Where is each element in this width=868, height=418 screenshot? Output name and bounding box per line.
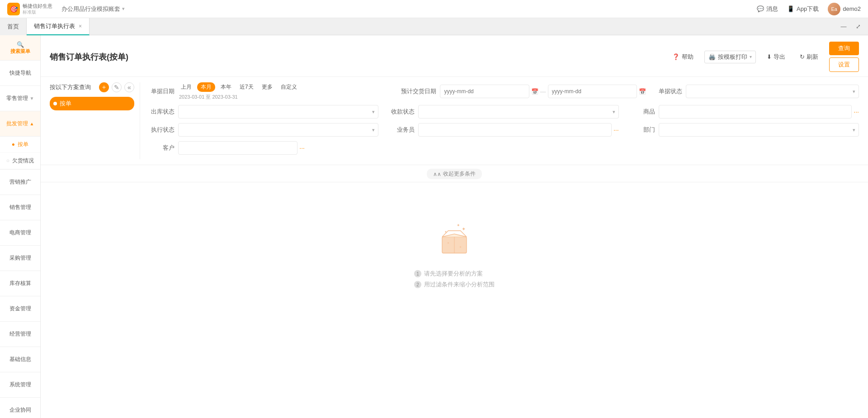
refresh-btn[interactable]: ↻ 刷新: [796, 51, 822, 63]
svg-text:✦: ✦: [444, 230, 447, 234]
sidebar-item-marketing[interactable]: 营销推广: [0, 170, 40, 195]
sidebar-item-enterprise[interactable]: 企业协同: [0, 398, 40, 418]
template-print-btn[interactable]: 🖨️ 按模板打印 ▾: [704, 51, 756, 63]
tab-bar: 首页 销售订单执行表 × — ⤢: [0, 18, 868, 35]
date-quick-btns: 上月 本月 本年 近7天 更多 自定义: [178, 82, 392, 92]
date-btn-this-month[interactable]: 本月: [197, 82, 215, 92]
salesperson-input-wrap: ···: [418, 123, 618, 137]
calendar-start-icon[interactable]: 📅: [531, 88, 538, 95]
delivery-status-label: 出库状态: [147, 108, 175, 116]
doc-status-wrap: [686, 85, 859, 98]
sidebar-sub-item-order[interactable]: ● 按单: [0, 137, 40, 153]
query-button[interactable]: 查询: [829, 42, 859, 55]
expected-date-group: 📅 — 📅: [440, 85, 646, 98]
date-btn-custom[interactable]: 自定义: [278, 82, 300, 92]
sidebar-item-sales[interactable]: 销售管理: [0, 195, 40, 220]
doc-status-select[interactable]: [686, 85, 859, 98]
tab-close-icon[interactable]: ×: [79, 23, 82, 29]
expected-date-end[interactable]: [548, 85, 637, 98]
payment-status-select[interactable]: [418, 105, 618, 119]
sidebar-item-system[interactable]: 系统管理: [0, 372, 40, 398]
tab-bar-actions: — ⤢: [838, 21, 868, 32]
sidebar-sub-menu: ● 按单 ○ 欠货情况: [0, 137, 40, 170]
product-input-wrap: ···: [659, 105, 859, 119]
salesperson-more-icon[interactable]: ···: [613, 126, 619, 133]
svg-point-6: [460, 246, 462, 248]
payment-status-wrap: [418, 105, 618, 119]
sidebar-item-wholesale[interactable]: 批发管理 ▲: [0, 111, 40, 137]
filter-row-1: 单据日期 上月 本月 本年 近7天 更多 自定义: [147, 82, 859, 100]
date-btn-this-year[interactable]: 本年: [218, 82, 234, 92]
page-title: 销售订单执行表(按单): [50, 52, 128, 62]
sidebar-search[interactable]: 🔍 搜索菜单: [0, 35, 40, 61]
sidebar-item-quick-nav[interactable]: 快捷导航: [0, 61, 40, 86]
filter-field-salesperson: 业务员 ···: [387, 123, 618, 137]
customer-input[interactable]: [178, 141, 297, 155]
breadcrumb[interactable]: 办公用品行业模拟账套 ▾: [61, 5, 125, 13]
filter-collapse-bar: ∧∧ 收起更多条件: [41, 165, 868, 182]
help-icon: ❓: [672, 53, 679, 60]
collapse-more-btn[interactable]: ∧∧ 收起更多条件: [427, 169, 482, 179]
print-icon: 🖨️: [708, 53, 716, 60]
add-scheme-btn[interactable]: ＋: [99, 82, 109, 92]
sub-dot-icon: ●: [12, 141, 15, 147]
product-more-icon[interactable]: ···: [854, 108, 859, 115]
tab-sales-order-exec[interactable]: 销售订单执行表 ×: [27, 18, 90, 35]
sidebar-item-operations[interactable]: 经营管理: [0, 322, 40, 347]
message-icon: 💬: [757, 5, 764, 12]
app-logo-icon: 🎯: [7, 3, 20, 15]
scheme-item-order[interactable]: 按单: [50, 97, 134, 110]
collapse-icon: ∧∧: [433, 171, 441, 177]
settings-button[interactable]: 设置: [829, 57, 859, 72]
top-header-right: 💬 消息 📱 App下载 Ea demo2: [757, 3, 861, 15]
department-select[interactable]: [659, 123, 859, 137]
exec-status-select[interactable]: [178, 123, 378, 137]
tab-minimize-btn[interactable]: —: [838, 21, 849, 32]
sidebar-item-inventory[interactable]: 库存核算: [0, 271, 40, 296]
main-layout: 🔍 搜索菜单 快捷导航 零售管理 ▼ 批发管理 ▲ ● 按单 ○ 欠货情况 营销…: [0, 35, 868, 418]
filter-field-department: 部门: [628, 123, 859, 137]
collapse-scheme-btn[interactable]: «: [124, 82, 134, 92]
export-btn[interactable]: ⬇ 导出: [763, 51, 789, 63]
filter-field-exec-status: 执行状态: [147, 123, 378, 137]
tab-home[interactable]: 首页: [0, 18, 27, 35]
refresh-icon: ↻: [800, 53, 805, 60]
help-btn[interactable]: ❓ 帮助: [669, 51, 697, 63]
customer-more-icon[interactable]: ···: [299, 144, 305, 152]
payment-status-label: 收款状态: [387, 108, 415, 116]
sub-circle-icon: ○: [6, 157, 9, 164]
empty-tip-2: 2 用过滤条件来缩小分析范围: [414, 280, 495, 289]
user-profile[interactable]: Ea demo2: [828, 3, 861, 15]
svg-text:✦: ✦: [457, 223, 460, 228]
sidebar-item-ecommerce[interactable]: 电商管理: [0, 220, 40, 246]
date-btn-last-month[interactable]: 上月: [178, 82, 194, 92]
empty-tip-1: 1 请先选择要分析的方案: [414, 270, 495, 278]
empty-state: ✦ ✦ ✦ 1 请先选择要分析的方案 2 用过滤条件来: [41, 182, 868, 325]
page-container: 销售订单执行表(按单) ❓ 帮助 🖨️ 按模板打印 ▾ ⬇ 导出: [41, 35, 868, 418]
department-label: 部门: [628, 126, 655, 134]
top-header-left: 🎯 畅捷信好生意 标准版 办公用品行业模拟账套 ▾: [7, 3, 125, 15]
message-btn[interactable]: 💬 消息: [757, 5, 778, 13]
avatar: Ea: [828, 3, 840, 15]
sidebar-sub-item-debt[interactable]: ○ 欠货情况: [0, 153, 40, 169]
calendar-end-icon[interactable]: 📅: [639, 88, 646, 95]
chevron-icon: ▼: [30, 96, 34, 101]
sidebar-item-finance[interactable]: 资金管理: [0, 296, 40, 322]
filter-field-doc-status: 单据状态: [655, 85, 859, 98]
expected-date-start[interactable]: [440, 85, 529, 98]
date-btn-more[interactable]: 更多: [259, 82, 275, 92]
edit-scheme-btn[interactable]: ✎: [112, 82, 122, 92]
app-download-btn[interactable]: 📱 App下载: [787, 5, 819, 13]
product-input[interactable]: [659, 105, 852, 119]
tip-num-1: 1: [414, 270, 421, 277]
filter-scheme-panel: 按以下方案查询 ＋ ✎ « 按单: [50, 82, 140, 159]
tab-maximize-btn[interactable]: ⤢: [853, 21, 863, 32]
logo-area: 🎯 畅捷信好生意 标准版: [7, 3, 52, 15]
expected-date-label: 预计交货日期: [401, 87, 436, 95]
delivery-status-select[interactable]: [178, 105, 378, 119]
date-btn-7days[interactable]: 近7天: [237, 82, 256, 92]
salesperson-input[interactable]: [418, 123, 612, 137]
sidebar-item-retail[interactable]: 零售管理 ▼: [0, 86, 40, 111]
sidebar-item-basic[interactable]: 基础信息: [0, 347, 40, 372]
sidebar-item-purchase[interactable]: 采购管理: [0, 246, 40, 271]
